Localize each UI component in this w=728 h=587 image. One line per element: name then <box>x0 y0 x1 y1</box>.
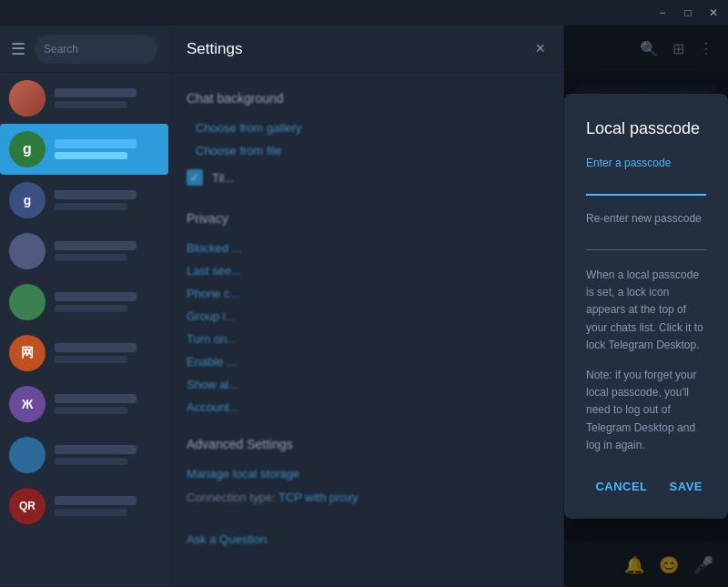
chat-info <box>55 343 159 363</box>
chat-name <box>55 496 136 505</box>
list-item[interactable] <box>0 226 168 277</box>
tile-checkbox-row: ✓ Til... <box>187 162 545 193</box>
chat-preview <box>55 356 127 363</box>
tile-label: Til... <box>212 171 234 185</box>
chat-info <box>55 445 159 465</box>
chat-info <box>55 190 159 210</box>
search-placeholder: Search <box>44 43 78 56</box>
maximize-button[interactable]: □ <box>681 5 695 20</box>
list-item[interactable]: g <box>0 124 168 175</box>
tile-checkbox[interactable]: ✓ <box>187 169 203 186</box>
settings-panel: Settings × Chat background Choose from g… <box>168 25 564 587</box>
chat-name <box>55 343 136 352</box>
right-panel: 🔍 ⊞ ⋮ ыих зить за первый ими они бывают?… <box>564 25 728 587</box>
avatar: Ж <box>9 386 46 422</box>
section-chat-background: Chat background <box>187 91 545 106</box>
close-button[interactable]: ✕ <box>706 5 721 20</box>
chat-preview <box>55 407 127 414</box>
settings-close-button[interactable]: × <box>535 39 545 58</box>
chat-preview <box>55 254 127 261</box>
menu-icon[interactable]: ☰ <box>11 39 25 59</box>
modal-title: Local passcode <box>586 119 706 138</box>
field1-label: Enter a passcode <box>586 157 706 169</box>
chat-preview <box>55 101 127 108</box>
avatar <box>9 80 46 116</box>
modal-description: When a local passcode is set, a lock ico… <box>586 267 706 354</box>
chat-name <box>55 445 136 454</box>
avatar: g <box>9 131 46 167</box>
chat-preview <box>55 305 127 312</box>
modal-actions: CANCEL SAVE <box>586 472 706 501</box>
manage-storage-link[interactable]: Manage local storage <box>187 462 545 485</box>
show-all-link[interactable]: Show al... <box>187 373 545 396</box>
privacy-title: Privacy <box>187 211 545 226</box>
connection-value-link[interactable]: TCP with proxy <box>278 486 359 509</box>
sidebar-header: ☰ Search <box>0 25 168 73</box>
search-box[interactable]: Search <box>35 35 157 64</box>
list-item[interactable] <box>0 73 168 124</box>
avatar <box>9 233 46 269</box>
cancel-button[interactable]: CANCEL <box>592 472 651 501</box>
blocked-link[interactable]: Blocked ... <box>187 237 545 259</box>
chat-name <box>55 292 136 301</box>
list-item[interactable] <box>0 430 168 481</box>
group-link[interactable]: Group l... <box>187 305 545 328</box>
settings-header: Settings × <box>168 25 563 73</box>
list-item[interactable]: g <box>0 175 168 226</box>
advanced-title: Advanced Settings <box>187 437 545 451</box>
turn-on-link[interactable]: Turn on... <box>187 328 545 350</box>
chat-name <box>55 394 136 403</box>
chat-info <box>55 88 159 108</box>
avatar <box>9 437 46 473</box>
settings-title: Settings <box>187 40 242 58</box>
last-seen-link[interactable]: Last see... <box>187 259 545 282</box>
local-passcode-modal: Local passcode Enter a passcode Re-enter… <box>564 94 728 519</box>
sidebar: ☰ Search g <box>0 25 168 587</box>
passcode-confirm-input[interactable] <box>586 228 706 250</box>
ask-question-link[interactable]: Ask a Question <box>187 528 545 551</box>
field2-label: Re-enter new passcode <box>586 212 706 225</box>
avatar: 网 <box>9 335 46 371</box>
phone-contacts-link[interactable]: Phone c... <box>187 282 545 305</box>
list-item[interactable]: QR <box>0 481 168 531</box>
titlebar: − □ ✕ <box>0 0 728 25</box>
chat-name <box>55 139 136 148</box>
connection-type: Connection type: TCP with proxy <box>187 485 545 510</box>
chat-name <box>55 190 136 199</box>
chat-name <box>55 88 136 97</box>
enable-link[interactable]: Enable ... <box>187 350 545 373</box>
modal-overlay: Local passcode Enter a passcode Re-enter… <box>564 25 728 587</box>
chat-name <box>55 241 136 250</box>
passcode-input[interactable] <box>586 173 706 196</box>
chat-info <box>55 139 159 159</box>
app-layout: ☰ Search g <box>0 25 728 587</box>
choose-file-link[interactable]: Choose from file <box>196 139 545 162</box>
avatar: QR <box>9 488 46 524</box>
avatar <box>9 284 46 320</box>
chat-info <box>55 241 159 261</box>
chat-info <box>55 292 159 312</box>
save-button[interactable]: SAVE <box>666 472 706 501</box>
chat-preview <box>55 203 127 210</box>
chat-list: g g <box>0 73 168 587</box>
avatar: g <box>9 182 46 218</box>
chat-info <box>55 394 159 414</box>
settings-content: Chat background Choose from gallery Choo… <box>168 73 563 587</box>
chat-preview <box>55 509 127 516</box>
list-item[interactable]: Ж <box>0 379 168 430</box>
chat-preview <box>55 458 127 465</box>
list-item[interactable] <box>0 277 168 328</box>
account-link[interactable]: Account... <box>187 396 545 419</box>
modal-note: Note: if you forget your local passcode,… <box>586 367 706 454</box>
list-item[interactable]: 网 <box>0 328 168 379</box>
chat-preview <box>55 152 127 159</box>
minimize-button[interactable]: − <box>655 5 670 20</box>
chat-info <box>55 496 159 516</box>
choose-gallery-link[interactable]: Choose from gallery <box>196 116 545 139</box>
